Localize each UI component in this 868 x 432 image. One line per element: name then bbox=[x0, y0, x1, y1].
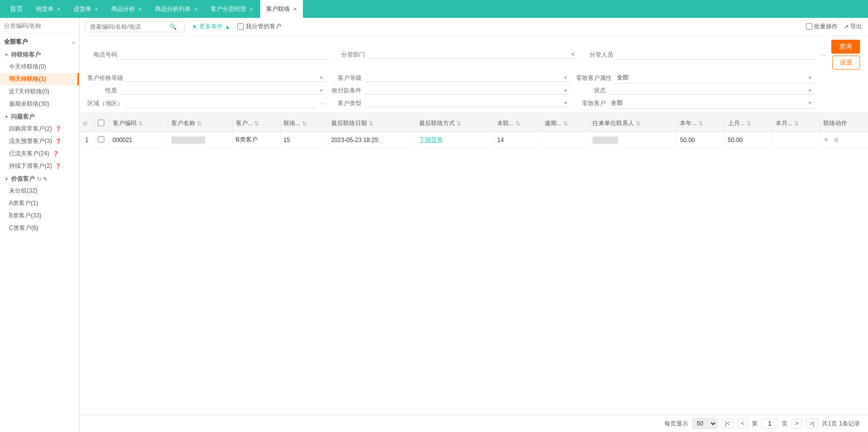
query-button[interactable]: 查询 bbox=[831, 40, 860, 54]
sort-icon[interactable]: ⇅ bbox=[794, 120, 799, 127]
filter-row-2: 客户价格等级 ▼ 客户等级 ▼ 零散客户属性 全部 bbox=[87, 72, 860, 83]
sort-icon[interactable]: ⇅ bbox=[746, 120, 751, 127]
sort-icon[interactable]: ⇅ bbox=[456, 120, 461, 127]
row-this-month bbox=[772, 132, 820, 148]
action-view-icon[interactable]: 👁 bbox=[823, 137, 829, 144]
sidebar-item-overdue[interactable]: 逾期未联络(30) bbox=[0, 98, 79, 110]
sort-icon[interactable]: ⇅ bbox=[138, 120, 143, 127]
sort-icon[interactable]: ⇅ bbox=[636, 120, 641, 127]
help-icon: ❓ bbox=[55, 126, 61, 132]
sidebar-item-ungrouped[interactable]: 未分组(32) bbox=[0, 185, 79, 197]
filter-cell-dept: 分管部门 ▼ bbox=[335, 51, 577, 59]
help-icon: ❓ bbox=[55, 139, 61, 144]
row-last-contact-method[interactable]: 下销货单 bbox=[416, 132, 494, 148]
filter-cell-phone: 电话号码 bbox=[87, 50, 329, 60]
sidebar-item-repurchase[interactable]: 回购异常客户(2) ❓ bbox=[0, 123, 79, 135]
export-btn[interactable]: ↗ 导出 bbox=[844, 22, 862, 31]
nav-close-icon[interactable]: ✕ bbox=[194, 6, 198, 12]
region-label: 区域（地区） bbox=[87, 99, 123, 108]
sidebar-item-class-a[interactable]: A类客户(1) bbox=[0, 197, 79, 210]
sidebar-item-class-b[interactable]: B类客户(33) bbox=[0, 210, 79, 222]
sort-icon[interactable]: ⇅ bbox=[368, 120, 373, 127]
retail-label: 零散客户 bbox=[576, 99, 606, 108]
filter-cell-region: 区域（地区） ··· bbox=[87, 99, 326, 108]
nav-product-list[interactable]: 商品分析列表 ✕ bbox=[149, 0, 204, 18]
filter-row-1: 电话号码 分管部门 ▼ 分管人员 ··· 查询 设置 bbox=[87, 40, 860, 70]
nav-close-icon[interactable]: ✕ bbox=[94, 6, 98, 12]
nav-purchase[interactable]: 进货单 ✕ bbox=[68, 0, 104, 18]
retail-select[interactable]: 全部 ▼ bbox=[609, 98, 814, 109]
manager-input[interactable] bbox=[616, 50, 817, 60]
search-input[interactable] bbox=[90, 23, 169, 30]
sidebar-item-7days[interactable]: 近7天待联络(0) bbox=[0, 85, 79, 98]
sidebar-item-tomorrow[interactable]: 明天待联络(1) bbox=[0, 73, 79, 85]
nav-home[interactable]: 首页 bbox=[4, 0, 29, 18]
nav-close-icon[interactable]: ✕ bbox=[57, 6, 61, 12]
sidebar-item-class-c[interactable]: C类客户(6) bbox=[0, 222, 79, 234]
dotdot-icon[interactable]: ··· bbox=[320, 99, 326, 107]
last-page-btn[interactable]: >| bbox=[806, 419, 818, 429]
region-input[interactable] bbox=[126, 99, 317, 108]
refresh-icon[interactable]: ↻ bbox=[37, 176, 42, 183]
filter-row-3: 性质 ▼ 收付款条件 ▼ 状态 bbox=[87, 86, 860, 95]
action-more-icon[interactable]: ⊞ bbox=[834, 137, 839, 144]
select-all-checkbox[interactable] bbox=[98, 120, 104, 126]
status-select[interactable]: ▼ bbox=[609, 87, 814, 95]
table-row: 1 000021 ████████ B类客户 15 2023-05-23 18:… bbox=[79, 132, 868, 148]
section-pending: ▼ 待联络客户 bbox=[0, 48, 79, 61]
next-page-btn[interactable]: > bbox=[792, 419, 802, 429]
row-select-checkbox[interactable] bbox=[98, 136, 104, 143]
retail-attr-select[interactable]: 全部 ▼ bbox=[615, 72, 814, 83]
sidebar-item-declining[interactable]: 持续下滑客户(2) ❓ bbox=[0, 160, 79, 172]
settings-icon[interactable]: ⚙ bbox=[82, 120, 88, 127]
page-number-input[interactable] bbox=[762, 419, 778, 429]
sort-icon[interactable]: ⇅ bbox=[698, 120, 703, 127]
my-customer-checkbox[interactable] bbox=[237, 23, 244, 30]
sidebar-item-today[interactable]: 今天待联络(0) bbox=[0, 61, 79, 73]
filter-icon: ▼ bbox=[192, 23, 198, 30]
nav-close-icon[interactable]: ✕ bbox=[293, 6, 297, 12]
edit-icon[interactable]: ✎ bbox=[43, 176, 48, 183]
filter-cell-type: 客户类型 ▼ bbox=[332, 99, 570, 108]
nav-close-icon[interactable]: ✕ bbox=[249, 6, 253, 12]
nav-close-icon[interactable]: ✕ bbox=[138, 6, 142, 12]
row-checkbox[interactable] bbox=[94, 132, 109, 148]
sort-icon[interactable]: ⇅ bbox=[515, 120, 520, 127]
first-page-btn[interactable]: |< bbox=[722, 419, 733, 429]
sidebar-collapse-btn[interactable]: « bbox=[72, 39, 75, 45]
my-customer-check[interactable]: 我分管的客户 bbox=[237, 22, 282, 31]
filter-cell-price-level: 客户价格等级 ▼ bbox=[87, 74, 326, 82]
col-settings[interactable]: ⚙ bbox=[79, 115, 94, 132]
batch-checkbox[interactable] bbox=[806, 23, 812, 30]
dept-label: 分管部门 bbox=[335, 51, 365, 59]
dotdot-icon[interactable]: ··· bbox=[819, 51, 825, 59]
nav-sales[interactable]: 销货单 ✕ bbox=[30, 0, 67, 18]
top-nav: 首页 销货单 ✕ 进货单 ✕ 商品分析 ✕ 商品分析列表 ✕ 客户分层经营 ✕ … bbox=[0, 0, 868, 18]
more-filter-btn[interactable]: ▼ 更多条件 ▲ bbox=[189, 21, 233, 32]
per-page-select[interactable]: 50 100 200 bbox=[692, 418, 718, 429]
batch-op-btn[interactable]: 批量操作 bbox=[806, 22, 838, 31]
nav-product-analysis[interactable]: 商品分析 ✕ bbox=[105, 0, 148, 18]
sort-icon[interactable]: ⇅ bbox=[197, 120, 202, 127]
nav-customer-tier[interactable]: 客户分层经营 ✕ bbox=[205, 0, 259, 18]
prev-page-btn[interactable]: < bbox=[737, 419, 748, 429]
col-checkbox[interactable] bbox=[94, 115, 109, 132]
main-layout: 🔍 全部客户 « ▼ 待联络客户 今天待联络(0) 明天待联络(1) 近7天待联… bbox=[0, 18, 868, 432]
sidebar-item-churned[interactable]: 已流失客户(24) ❓ bbox=[0, 147, 79, 160]
sort-icon[interactable]: ⇅ bbox=[563, 120, 568, 127]
sort-icon[interactable]: ⇅ bbox=[302, 120, 307, 127]
sidebar-item-churn-warn[interactable]: 流失预警客户(3) ❓ bbox=[0, 135, 79, 147]
nature-select[interactable]: ▼ bbox=[120, 87, 326, 95]
nav-customer-contact[interactable]: 客户联络 ✕ bbox=[260, 0, 303, 18]
sidebar-search-input[interactable] bbox=[4, 22, 78, 29]
search-icon[interactable]: 🔍 bbox=[169, 23, 177, 30]
dept-select[interactable]: ▼ bbox=[368, 51, 577, 59]
customer-level-select[interactable]: ▼ bbox=[364, 74, 570, 82]
price-level-select[interactable]: ▼ bbox=[126, 74, 326, 82]
contact-method-link[interactable]: 下销货单 bbox=[419, 136, 443, 143]
type-select[interactable]: ▼ bbox=[364, 99, 570, 107]
sort-icon[interactable]: ⇅ bbox=[254, 120, 259, 127]
phone-input[interactable] bbox=[120, 50, 329, 60]
payment-select[interactable]: ▼ bbox=[364, 87, 570, 95]
set-button[interactable]: 设置 bbox=[832, 56, 860, 70]
